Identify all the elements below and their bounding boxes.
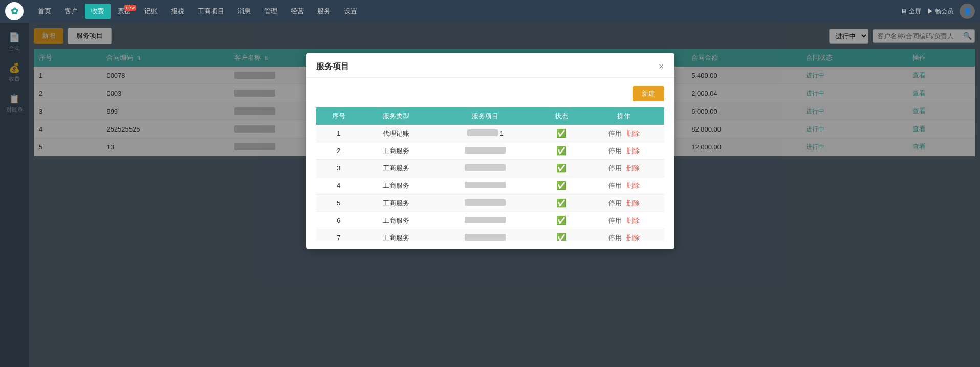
modal-table-row: 5 工商服务 ✅ 停用 删除 — [316, 195, 664, 212]
modal-cell-item — [431, 229, 539, 241]
modal-cell-actions: 停用 删除 — [584, 160, 664, 177]
nav-right: 🖥 全屏 ▶ 畅会员 👤 — [901, 4, 975, 19]
top-nav: ✿ 首页 客户 收费 票据new 记账 报税 工商项目 消息 管理 经营 服务 … — [0, 0, 980, 23]
modal-close-button[interactable]: × — [659, 61, 664, 72]
modal-table-row: 6 工商服务 ✅ 停用 删除 — [316, 212, 664, 229]
service-items-table: 序号 服务类型 服务项目 状态 操作 1 代理记账 1 ✅ 停用 删除 2 工商… — [316, 107, 664, 241]
modal-cell-item — [431, 195, 539, 212]
delete-button[interactable]: 删除 — [626, 234, 640, 241]
modal-cell-item — [431, 160, 539, 177]
delete-button[interactable]: 删除 — [626, 182, 640, 189]
status-check-icon: ✅ — [556, 181, 567, 190]
modal-cell-seq: 2 — [316, 142, 361, 160]
modal-cell-actions: 停用 删除 — [584, 212, 664, 229]
modal-cell-type: 工商服务 — [361, 142, 432, 160]
modal-cell-seq: 1 — [316, 125, 361, 142]
avatar[interactable]: 👤 — [960, 4, 975, 19]
nav-manage[interactable]: 管理 — [258, 4, 284, 19]
nav-bookkeeping[interactable]: 记账 — [138, 4, 164, 19]
nav-settings[interactable]: 设置 — [338, 4, 363, 19]
modal-overlay[interactable]: 服务项目 × 新建 序号 服务类型 服务项目 状态 操作 — [0, 23, 980, 367]
nav-business[interactable]: 工商项目 — [191, 4, 230, 19]
modal-table-row: 2 工商服务 ✅ 停用 删除 — [316, 142, 664, 160]
status-check-icon: ✅ — [556, 164, 567, 172]
modal-cell-item — [431, 212, 539, 229]
nav-client[interactable]: 客户 — [58, 4, 84, 19]
modal-cell-status: ✅ — [539, 229, 584, 241]
app-logo: ✿ — [5, 2, 24, 20]
modal-cell-item: 1 — [431, 125, 539, 142]
modal-cell-item — [431, 142, 539, 160]
stop-button[interactable]: 停用 — [608, 129, 622, 137]
delete-button[interactable]: 删除 — [626, 129, 640, 137]
modal-cell-status: ✅ — [539, 160, 584, 177]
modal-cell-actions: 停用 删除 — [584, 125, 664, 142]
modal-title: 服务项目 — [316, 61, 349, 72]
modal-cell-status: ✅ — [539, 142, 584, 160]
nav-tax[interactable]: 报税 — [165, 4, 190, 19]
modal-cell-type: 工商服务 — [361, 229, 432, 241]
status-check-icon: ✅ — [556, 233, 567, 241]
delete-button[interactable]: 删除 — [626, 217, 640, 224]
stop-button[interactable]: 停用 — [608, 234, 622, 241]
nav-message[interactable]: 消息 — [231, 4, 257, 19]
modal-cell-type: 工商服务 — [361, 212, 432, 229]
modal-cell-seq: 4 — [316, 177, 361, 195]
modal-cell-actions: 停用 删除 — [584, 177, 664, 195]
modal-table-row: 1 代理记账 1 ✅ 停用 删除 — [316, 125, 664, 142]
stop-button[interactable]: 停用 — [608, 217, 622, 224]
modal-cell-seq: 3 — [316, 160, 361, 177]
modal-col-action: 操作 — [584, 107, 664, 125]
modal-cell-seq: 6 — [316, 212, 361, 229]
stop-button[interactable]: 停用 — [608, 164, 622, 172]
modal-cell-actions: 停用 删除 — [584, 229, 664, 241]
modal-table-row: 4 工商服务 ✅ 停用 删除 — [316, 177, 664, 195]
modal-cell-status: ✅ — [539, 125, 584, 142]
modal-cell-status: ✅ — [539, 212, 584, 229]
modal-cell-seq: 5 — [316, 195, 361, 212]
modal-cell-type: 工商服务 — [361, 177, 432, 195]
status-check-icon: ✅ — [556, 216, 567, 225]
modal-new-button[interactable]: 新建 — [633, 86, 664, 101]
fullscreen-btn[interactable]: 🖥 全屏 — [901, 7, 921, 16]
modal: 服务项目 × 新建 序号 服务类型 服务项目 状态 操作 — [306, 53, 674, 249]
status-check-icon: ✅ — [556, 199, 567, 207]
status-check-icon: ✅ — [556, 129, 567, 138]
modal-col-type: 服务类型 — [361, 107, 432, 125]
nav-ticket[interactable]: 票据new — [112, 4, 137, 19]
modal-cell-actions: 停用 删除 — [584, 195, 664, 212]
modal-toolbar: 新建 — [316, 86, 664, 101]
modal-col-status: 状态 — [539, 107, 584, 125]
modal-cell-actions: 停用 删除 — [584, 142, 664, 160]
nav-items: 首页 客户 收费 票据new 记账 报税 工商项目 消息 管理 经营 服务 设置 — [32, 4, 901, 19]
modal-cell-seq: 7 — [316, 229, 361, 241]
modal-cell-type: 工商服务 — [361, 195, 432, 212]
delete-button[interactable]: 删除 — [626, 164, 640, 172]
status-check-icon: ✅ — [556, 146, 567, 155]
nav-home[interactable]: 首页 — [32, 4, 57, 19]
new-badge: new — [124, 5, 136, 11]
modal-cell-status: ✅ — [539, 195, 584, 212]
modal-table-row: 3 工商服务 ✅ 停用 删除 — [316, 160, 664, 177]
modal-table-row: 7 工商服务 ✅ 停用 删除 — [316, 229, 664, 241]
modal-cell-type: 代理记账 — [361, 125, 432, 142]
member-btn[interactable]: ▶ 畅会员 — [927, 7, 953, 16]
nav-fee[interactable]: 收费 — [85, 4, 111, 19]
modal-header: 服务项目 × — [306, 53, 674, 78]
modal-cell-type: 工商服务 — [361, 160, 432, 177]
nav-operations[interactable]: 经营 — [285, 4, 310, 19]
modal-body: 新建 序号 服务类型 服务项目 状态 操作 1 代理记账 — [306, 78, 674, 249]
modal-scroll-area[interactable]: 序号 服务类型 服务项目 状态 操作 1 代理记账 1 ✅ 停用 删除 2 工商… — [316, 107, 664, 241]
modal-col-seq: 序号 — [316, 107, 361, 125]
modal-cell-status: ✅ — [539, 177, 584, 195]
stop-button[interactable]: 停用 — [608, 199, 622, 207]
delete-button[interactable]: 删除 — [626, 147, 640, 155]
modal-col-item: 服务项目 — [431, 107, 539, 125]
delete-button[interactable]: 删除 — [626, 199, 640, 207]
stop-button[interactable]: 停用 — [608, 182, 622, 189]
nav-service[interactable]: 服务 — [311, 4, 337, 19]
stop-button[interactable]: 停用 — [608, 147, 622, 155]
modal-cell-item — [431, 177, 539, 195]
